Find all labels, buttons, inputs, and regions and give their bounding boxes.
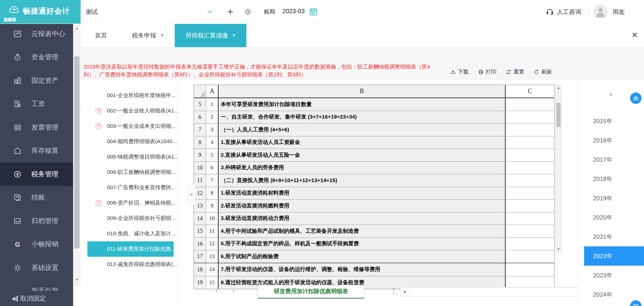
year-item[interactable]: 2015年 bbox=[578, 111, 644, 131]
report-list-item[interactable]: ? 007-广告费和业务宣传费跨... bbox=[81, 180, 177, 195]
close-tab-icon[interactable]: × bbox=[160, 32, 164, 39]
sidebar-item[interactable]: 基础设置 bbox=[0, 256, 73, 280]
brand-logo[interactable]: 畅捷通好会计 旗舰版 bbox=[0, 0, 81, 24]
account-switcher[interactable]: 测试 bbox=[86, 0, 214, 24]
row-number-cell[interactable]: 19 bbox=[194, 276, 206, 289]
grid-vertical-scrollbar[interactable]: ▲ ▼ bbox=[555, 85, 562, 252]
help-icon[interactable]: ? bbox=[96, 123, 102, 129]
cell-b[interactable]: 1.直接从事研发活动人员工资薪金 bbox=[218, 136, 505, 149]
scroll-up-arrow-icon[interactable]: ▲ bbox=[73, 26, 81, 30]
cell-c[interactable] bbox=[505, 225, 554, 237]
report-list-item[interactable]: ? 001-企业所得税年度纳税申... bbox=[81, 88, 177, 103]
sidebar-item[interactable]: 结账 bbox=[0, 186, 73, 210]
scrollbar-thumb[interactable] bbox=[74, 56, 80, 249]
cell-c[interactable] bbox=[505, 124, 554, 136]
cell-b[interactable]: 本年可享受研发费用加计扣除项目数量 bbox=[218, 98, 505, 111]
year-item[interactable]: 2023年 bbox=[578, 266, 644, 285]
row-number-cell[interactable]: 10 bbox=[194, 162, 206, 174]
select-all-corner[interactable] bbox=[194, 85, 206, 97]
cell-a[interactable]: 10 bbox=[206, 212, 218, 225]
toolbar-button[interactable]: 刷新 bbox=[533, 69, 552, 75]
cell-a[interactable]: 4 bbox=[206, 136, 218, 149]
gear-icon[interactable] bbox=[244, 7, 252, 16]
cell-a[interactable]: 2 bbox=[206, 111, 218, 124]
sidebar-item[interactable]: 工资 bbox=[0, 92, 73, 116]
year-item[interactable]: 2017年 bbox=[578, 150, 644, 169]
scroll-down-arrow-icon[interactable]: ▼ bbox=[556, 247, 561, 251]
row-number-cell[interactable]: 18 bbox=[194, 263, 206, 276]
cell-b[interactable]: （一）人员人工费用 (4+5+6) bbox=[218, 124, 505, 136]
row-number-cell[interactable]: 15 bbox=[194, 225, 206, 237]
cell-b[interactable]: 1.研发活动直接消耗材料费用 bbox=[218, 187, 505, 200]
active-sheet-tab[interactable]: 研发费用加计扣除优惠明细表 bbox=[257, 285, 364, 299]
calendar-icon[interactable] bbox=[309, 7, 318, 16]
row-number-cell[interactable]: 12 bbox=[194, 187, 206, 200]
year-item[interactable]: 2022年 bbox=[584, 246, 644, 266]
collapse-list-button[interactable]: « bbox=[188, 184, 195, 205]
report-list-item[interactable]: ? 004-期间费用明细表(A1040... bbox=[81, 134, 177, 149]
close-page-icon[interactable]: × bbox=[632, 29, 638, 41]
grid-horizontal-scrollbar[interactable]: ◄ ► bbox=[400, 287, 595, 296]
column-header-c[interactable]: C bbox=[505, 85, 554, 97]
cell-a[interactable]: 6 bbox=[206, 162, 218, 174]
toolbar-button[interactable]: 重置 bbox=[506, 69, 524, 75]
scrollbar-thumb[interactable] bbox=[556, 103, 561, 127]
cell-b[interactable]: 4.用于中间试验和产品试制的模具、工艺装备开发及制造费 bbox=[218, 225, 505, 237]
year-item[interactable]: 2018年 bbox=[578, 169, 644, 189]
sidebar-item[interactable]: 固定资产 bbox=[0, 69, 73, 92]
cell-b[interactable]: 3.外聘研发人员的劳务费用 bbox=[218, 162, 505, 174]
report-list-item[interactable]: ? 005-纳税调整项目明细表(A1... bbox=[81, 149, 177, 165]
report-list-item[interactable]: ? 008-资产折旧、摊销及纳税... bbox=[81, 195, 177, 211]
page-tab[interactable]: 税务申报 × bbox=[121, 24, 175, 47]
row-number-cell[interactable]: 5 bbox=[194, 98, 206, 111]
scroll-up-arrow-icon[interactable]: ▲ bbox=[556, 86, 561, 90]
cell-c[interactable] bbox=[505, 187, 554, 200]
row-number-cell[interactable]: 13 bbox=[194, 200, 206, 212]
report-list-item[interactable]: ? 011-研发费用加计扣除优惠... bbox=[87, 241, 174, 257]
scroll-down-arrow-icon[interactable]: ▼ bbox=[73, 278, 81, 281]
year-item[interactable]: 2016年 bbox=[578, 131, 644, 150]
row-number-cell[interactable]: 6 bbox=[194, 111, 206, 124]
cell-c[interactable] bbox=[505, 250, 554, 263]
avatar[interactable] bbox=[593, 5, 608, 19]
page-tab[interactable]: 首页 × bbox=[81, 24, 121, 47]
sidebar-item[interactable]: 云报表中心 bbox=[0, 24, 73, 46]
cell-c[interactable] bbox=[505, 149, 554, 161]
row-number-cell[interactable]: 17 bbox=[194, 250, 206, 263]
cell-c[interactable] bbox=[505, 238, 554, 250]
prev-sheet-arrow[interactable]: ‹ bbox=[215, 287, 218, 294]
cell-c[interactable] bbox=[505, 98, 554, 111]
cell-c[interactable] bbox=[505, 263, 554, 276]
cell-b[interactable]: 2.直接从事研发活动人员五险一金 bbox=[218, 149, 505, 161]
page-tab[interactable]: 所得税汇算清缴 × bbox=[175, 24, 246, 47]
cell-c[interactable] bbox=[505, 162, 554, 174]
year-item[interactable]: 2020年 bbox=[578, 208, 644, 227]
report-list-item[interactable]: ? 003-一般企业成本支出明细... bbox=[81, 119, 177, 134]
report-list-item[interactable]: ? 009-企业所得税弥补亏损明... bbox=[81, 211, 177, 226]
period-value[interactable]: 2023-03 bbox=[282, 8, 305, 15]
cell-a[interactable]: 1 bbox=[206, 98, 218, 111]
cell-a[interactable]: 5 bbox=[206, 149, 218, 161]
column-header-b[interactable]: B bbox=[218, 85, 505, 97]
cell-a[interactable]: 13 bbox=[206, 250, 218, 263]
report-list-item[interactable]: ? 002-一般企业收入明细表(A1... bbox=[81, 103, 177, 119]
year-item[interactable]: 2021年 bbox=[578, 227, 644, 246]
scroll-left-arrow-icon[interactable]: ◄ bbox=[403, 290, 406, 294]
sidebar-scrollbar[interactable]: ▲ ▼ bbox=[73, 24, 81, 306]
row-number-cell[interactable]: 11 bbox=[194, 174, 206, 187]
user-name[interactable]: 用友 bbox=[613, 8, 625, 16]
cell-b[interactable]: 5.用于不构成固定资产的样品、样机及一般测试手段购置费 bbox=[218, 238, 505, 250]
row-number-cell[interactable]: 7 bbox=[194, 124, 206, 136]
cell-a[interactable]: 9 bbox=[206, 200, 218, 212]
cell-a[interactable]: 11 bbox=[206, 225, 218, 237]
cell-b[interactable]: （二）直接投入费用 (8+9+10+11+12+13+14+15) bbox=[218, 174, 505, 187]
new-tab-button[interactable]: ＋ bbox=[225, 5, 235, 18]
scrollbar-track[interactable] bbox=[73, 286, 81, 306]
sidebar-item[interactable]: 发票管理 bbox=[0, 116, 73, 139]
cell-a[interactable]: 7 bbox=[206, 174, 218, 187]
row-number-cell[interactable]: 9 bbox=[194, 149, 206, 161]
sidebar-item[interactable]: 税务管理 bbox=[0, 162, 73, 186]
cell-a[interactable]: 12 bbox=[206, 238, 218, 250]
column-header-a[interactable]: A bbox=[206, 85, 218, 97]
cell-c[interactable] bbox=[505, 136, 554, 149]
